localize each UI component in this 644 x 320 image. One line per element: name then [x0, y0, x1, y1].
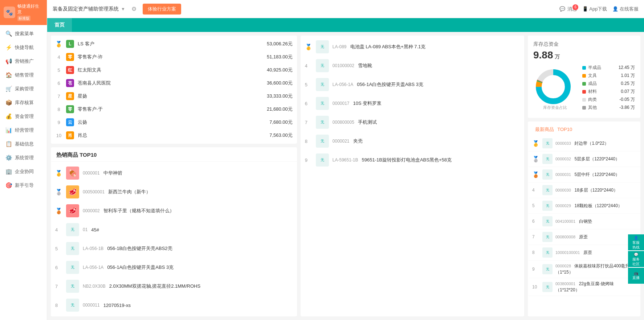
sidebar-label-basic: 基础信息 [15, 141, 34, 147]
ranking-item-7: 9 云 云扬 7,680.00元 [51, 116, 297, 129]
rank-amount-6: 21,680.00元 [267, 106, 293, 112]
product-name-4: 45# [91, 227, 99, 233]
product-item-9: 9 无 KK-SD22110H 花语萌但温分罐罐袋（厚款） [51, 315, 297, 316]
product-item-3: 🥉 🥩 0000002 智利车子里（规格不知道填什么） [51, 201, 297, 220]
customer-ranking: 🥇 L LS 客户 53,006.26元 4 零 零售客户·许 51,183.0… [51, 36, 297, 144]
sidebar: 🐾 畅捷通好生意 标准版 🔍 搜索菜单 ⚡ 快捷导航 📢 营销推广 🏠 销售管理… [0, 0, 47, 320]
sales-img-1: 无 [316, 40, 329, 53]
logo-title: 畅捷通好生意 [17, 4, 43, 15]
latest-img-3: 无 [542, 169, 553, 180]
sales-name-7: 59651-1B旋转投影灯电池盒ABS黑色+58克 [362, 157, 452, 163]
sidebar-item-purchase[interactable]: 🛒 采购管理 [0, 82, 47, 96]
sidebar-item-operation[interactable]: 📊 经营管理 [0, 123, 47, 137]
search-icon: 🔍 [5, 30, 12, 37]
latest-info-1: 0000033 封边带（1.0*22） [555, 140, 636, 147]
rank-amount-7: 7,680.00元 [269, 119, 293, 126]
messages-icon-wrap[interactable]: 💬 6 消息 [559, 6, 577, 12]
legend-dot-cyan [582, 66, 586, 70]
topbar-title: 装备及固定资产辅助管理系统 ▼ [53, 6, 125, 12]
rank-badge-5: 星 [66, 92, 74, 100]
rank-name-6: 零售客户·于 [78, 106, 263, 112]
sidebar-item-finance[interactable]: 💰 资金管理 [0, 110, 47, 123]
product-code-3: 0000002 [83, 208, 100, 213]
product-item-8: 8 无 0000011 12070519-xs [51, 296, 297, 315]
app-download-btn[interactable]: 📱 App下载 [582, 6, 607, 12]
logo-text: 畅捷通好生意 标准版 [17, 4, 43, 21]
try-plan-button[interactable]: 体验行业方案 [143, 4, 181, 15]
community-icon: 💬 [634, 252, 638, 257]
live-btn[interactable]: 📺 直播 [628, 268, 644, 284]
latest-img-10: 无 [542, 282, 553, 292]
latest-gold-icon: 🥇 [532, 140, 539, 147]
sidebar-item-inventory[interactable]: 📦 库存核算 [0, 96, 47, 110]
sidebar-item-quick-nav[interactable]: ⚡ 快捷导航 [0, 41, 47, 54]
latest-item-10: 10 无 003800001 22g鱼豆腐-烧烤味（1*12*20） [528, 278, 640, 296]
rank-8: 8 [55, 303, 62, 308]
product-img-5: 无 [66, 242, 79, 255]
gear-button[interactable]: ⚙ [129, 4, 139, 14]
latest-img-6: 无 [542, 216, 553, 226]
top10-sales-list: 🥇 无 LA-089 电池盖 LA-089 ABS本色+黑种 7.1克 4 无 … [301, 36, 524, 316]
tab-home[interactable]: 首页 [47, 18, 72, 32]
product-item-7: 7 无 NB2.0X30B 2.0X30MM双搓花轴,搓花直径2.1MM/ROH… [51, 277, 297, 296]
rank-6: 6 [55, 265, 62, 270]
notification-badge: 6 [572, 4, 578, 10]
product-code-6: LA-056-1A [83, 265, 103, 270]
sidebar-item-system[interactable]: ⚙️ 系统管理 [0, 151, 47, 165]
dropdown-icon[interactable]: ▼ [121, 7, 125, 12]
rank-num-4: 6 [55, 81, 62, 86]
sidebar-label-marketing: 营销推广 [15, 58, 34, 65]
sales-rank-4: 6 [305, 101, 312, 106]
latest-img-4: 无 [542, 185, 553, 195]
sales-img-6: 无 [316, 135, 329, 148]
ranking-item-3: 5 红 红太阳文具 40,925.00元 [51, 63, 297, 77]
inventory-unit: 万 [555, 54, 560, 60]
inventory-legend: 半成品 12.45 万 文具 1.01 万 成品 0.25 万 [582, 65, 635, 112]
sales-code-5: 000800005 [333, 120, 354, 125]
rank-amount-2: 51,183.00元 [267, 54, 293, 60]
latest-info-2: 0000032 5层多层（1220*2440） [555, 156, 636, 162]
customer-service-btn[interactable]: 👤 客服 热线 [628, 234, 644, 250]
service-icon: 👤 [612, 6, 618, 12]
content-area: 🥇 L LS 客户 53,006.26元 4 零 零售客户·许 51,183.0… [47, 32, 644, 320]
rank-name-4: 苍南县人民医院 [78, 80, 263, 86]
system-title-text: 装备及固定资产辅助管理系统 [53, 6, 119, 12]
rank-name-8: 肖总 [78, 132, 266, 139]
rank-amount-8: 7,563.00元 [269, 132, 293, 139]
sales-img-7: 无 [316, 153, 329, 167]
donut-chart: 库存资金占比 [533, 67, 577, 110]
sidebar-item-marketing[interactable]: 📢 营销推广 [0, 54, 47, 68]
topbar: 装备及固定资产辅助管理系统 ▼ ⚙ 体验行业方案 💬 6 消息 📱 App下载 … [47, 0, 644, 18]
sales-name-3: 056-1A白色按键开关盖ABS 3克 [357, 81, 423, 88]
latest-info-6: 004100001 白钢垫 [555, 218, 636, 225]
sales-code-7: LA-59651-1B [333, 157, 358, 163]
sidebar-item-guide[interactable]: 🎯 新手引导 [0, 179, 47, 192]
sidebar-item-sales[interactable]: 🏠 销售管理 [0, 68, 47, 82]
rank-badge-4: 苍 [66, 79, 74, 87]
basic-icon: 📋 [5, 141, 12, 147]
sidebar-item-enterprise[interactable]: 🏢 企业协同 [0, 165, 47, 179]
latest-info-7: 000800008 原歪 [555, 234, 636, 240]
sales-item-2: 4 无 001000002 雪地靴 [301, 56, 524, 75]
rank-num-3: 5 [55, 67, 62, 73]
product-img-6: 无 [66, 261, 79, 274]
rank-badge-2: 零 [66, 53, 74, 61]
topbar-right: 💬 6 消息 📱 App下载 👤 在线客服 [559, 6, 639, 12]
sidebar-item-search[interactable]: 🔍 搜索菜单 [0, 27, 47, 41]
sidebar-item-basic[interactable]: 📋 基础信息 [0, 137, 47, 151]
online-service-btn[interactable]: 👤 在线客服 [612, 6, 639, 12]
rank-badge-1: L [66, 40, 74, 48]
sales-img-2: 无 [316, 59, 329, 72]
sales-name-2: 雪地靴 [358, 62, 372, 69]
inventory-icon: 📦 [5, 99, 12, 106]
inventory-card: 库存总资金 9.88 万 [528, 36, 640, 118]
product-item-2: 🥈 🥩 000500001 新西兰牛肉（新牛） [51, 182, 297, 201]
service-icon-float: 👤 [634, 235, 638, 240]
sales-item-7: 9 无 LA-59651-1B 59651-1B旋转投影灯电池盒ABS黑色+58… [301, 151, 524, 169]
ranking-item-4: 6 苍 苍南县人民医院 36,600.00元 [51, 77, 297, 90]
community-btn[interactable]: 💬 服务 社区 [628, 251, 644, 267]
rank-name-7: 云扬 [78, 119, 266, 126]
product-img-1: 🍖 [66, 167, 79, 180]
main-area: 装备及固定资产辅助管理系统 ▼ ⚙ 体验行业方案 💬 6 消息 📱 App下载 … [47, 0, 644, 320]
product-name-2: 新西兰牛肉（新牛） [108, 189, 151, 195]
